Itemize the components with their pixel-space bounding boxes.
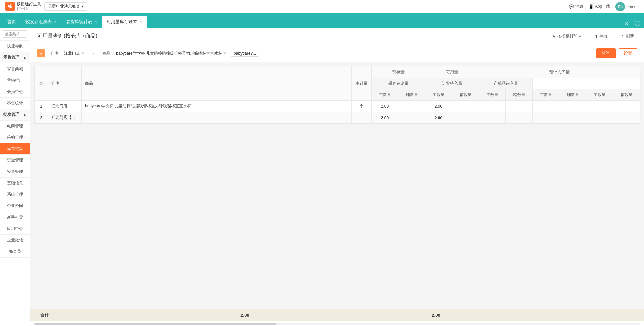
product-tag-babycare[interactable]: babycare学饮杯 儿童防摔防撞吸管杯重力球吸嘴杯宝宝水杯 ✕: [113, 50, 229, 57]
page-title: 可用量查询(按仓库+商品): [37, 33, 97, 40]
sidebar-search-input[interactable]: [3, 30, 27, 38]
close-nav-button[interactable]: ✕: [623, 19, 631, 28]
sidebar: 快捷导航 零售管理 ▲ 零售商城 营销推广 会员中心 零售统计 批发管理 ▲ 电…: [0, 28, 30, 326]
filter-expand-button[interactable]: »: [37, 49, 45, 57]
sidebar-item-retail-stats[interactable]: 零售统计: [0, 98, 30, 109]
cell-inc-aux: [559, 101, 586, 112]
refresh-icon: ↻: [621, 34, 625, 39]
cell-warehouse: 江北门店【...: [48, 112, 82, 124]
data-table: ⚙ 仓库 商品 主计量 现存量 可用量 预计入库量 采购在途量 进货待入量 产成…: [34, 66, 640, 124]
warehouse-more[interactable]: ···: [90, 50, 97, 56]
cell-stock-main: 2.00: [372, 101, 398, 112]
warehouse-tag-jiangbei[interactable]: 江北门店 ✕: [61, 50, 87, 57]
refresh-button[interactable]: ↻ 刷新: [618, 32, 637, 41]
cell-stock-aux: [398, 101, 425, 112]
footer-label: 合计: [37, 312, 94, 318]
export-button[interactable]: ⬆ 导出: [591, 32, 611, 41]
tab-keyongliang[interactable]: 可用量库存账本 ✕: [102, 16, 147, 28]
cell-avail-main: 2.00: [425, 101, 452, 112]
sidebar-item-member[interactable]: 畅会员: [0, 246, 30, 258]
th-fin-aux: 辅数量: [613, 89, 640, 101]
sidebar-item-system[interactable]: 系统管理: [0, 189, 30, 200]
th-inc-aux: 辅数量: [559, 89, 586, 101]
sidebar-item-purchase[interactable]: 采购管理: [0, 132, 30, 143]
product-tag-babycare2[interactable]: babycare?...: [231, 50, 259, 57]
print-button[interactable]: 🖨 按模板打印 ▾: [549, 32, 584, 41]
cell-stock-aux: [398, 112, 425, 124]
message-button[interactable]: 💬 消息: [569, 4, 583, 9]
cell-fin-aux: [613, 101, 640, 112]
divider-2: [614, 34, 614, 39]
th-available: 可用量: [425, 66, 479, 78]
th-fin-main: 主数量: [586, 89, 613, 101]
main-layout: 快捷导航 零售管理 ▲ 零售商城 营销推广 会员中心 零售统计 批发管理 ▲ 电…: [0, 28, 644, 326]
warehouse-label: 仓库: [50, 51, 58, 56]
th-avail-main: 主数量: [425, 89, 452, 101]
fullscreen-button[interactable]: ⛶: [633, 19, 641, 28]
table-footer: 合计 2.00 2.00: [30, 309, 644, 321]
tab-yaohuo[interactable]: 要货单统计表 ✕: [61, 16, 102, 28]
user-menu[interactable]: Ea demo2: [615, 2, 639, 11]
sidebar-item-quick-nav[interactable]: 快捷导航: [0, 41, 30, 52]
table-section: ⚙ 仓库 商品 主计量 现存量 可用量 预计入库量 采购在途量 进货待入量 产成…: [30, 62, 644, 309]
tab-home[interactable]: 首页: [3, 16, 21, 28]
sidebar-item-operations[interactable]: 经营管理: [0, 166, 30, 178]
table-header-row-1: ⚙ 仓库 商品 主计量 现存量 可用量 预计入库量: [35, 66, 640, 78]
page-actions: 🖨 按模板打印 ▾ ⬆ 导出 ↻ 刷新: [549, 32, 637, 41]
remove-warehouse-tag[interactable]: ✕: [81, 51, 84, 56]
tab-close-shoufacun[interactable]: ✕: [54, 20, 57, 24]
nav-right-buttons: ✕ ⛶: [623, 19, 641, 28]
remove-product-tag-1[interactable]: ✕: [223, 51, 226, 56]
settings-icon[interactable]: ⚙: [39, 81, 43, 86]
product-tags: babycare学饮杯 儿童防摔防撞吸管杯重力球吸嘴杯宝宝水杯 ✕ babyca…: [113, 50, 259, 57]
cell-pur-main: [479, 112, 506, 124]
app-icon: 📱: [589, 4, 594, 9]
sidebar-section-wholesale[interactable]: 批发管理 ▲: [0, 109, 30, 121]
app-download-button[interactable]: 📱 App下载: [589, 4, 610, 9]
tab-shoufacun[interactable]: 收发存汇总表 ✕: [21, 16, 61, 28]
th-pur-main: 主数量: [479, 89, 506, 101]
sidebar-item-wechat[interactable]: 企业微信: [0, 235, 30, 246]
cell-pur-aux: [506, 101, 533, 112]
sidebar-item-marketing[interactable]: 营销推广: [0, 75, 30, 86]
query-button[interactable]: 查询: [596, 48, 616, 58]
chevron-up-icon-2: ▲: [23, 113, 26, 117]
content-area: 可用量查询(按仓库+商品) 🖨 按模板打印 ▾ ⬆ 导出 ↻ 刷新: [30, 28, 644, 326]
sidebar-item-basics[interactable]: 基础信息: [0, 178, 30, 189]
product-label: 商品: [102, 51, 110, 56]
scroll-thumb[interactable]: [34, 323, 276, 325]
header-left: 畅 畅捷通好生意 标准版 母婴行业演示账套 ▾: [5, 2, 87, 11]
brand-text: 畅捷通好生意 标准版: [17, 2, 41, 11]
cell-pur-main: [479, 101, 506, 112]
sidebar-item-ecommerce[interactable]: 电商管理: [0, 121, 30, 132]
th-pur-aux: 辅数量: [506, 89, 533, 101]
sidebar-item-appcenter[interactable]: 应用中心: [0, 223, 30, 235]
cell-no: 1: [35, 101, 48, 112]
footer-avail-aux: [449, 313, 476, 318]
sidebar-item-member-center[interactable]: 会员中心: [0, 86, 30, 98]
export-icon: ⬆: [595, 34, 598, 39]
industry-selector[interactable]: 母婴行业演示账套 ▾: [44, 2, 87, 11]
chevron-up-icon: ▲: [23, 56, 26, 59]
th-stock-aux: 辅数量: [398, 89, 425, 101]
th-unit: 主计量: [352, 66, 372, 101]
sidebar-section-retail[interactable]: 零售管理 ▲: [0, 52, 30, 63]
cell-unit: [352, 112, 372, 124]
cell-inc-main: [533, 101, 559, 112]
sidebar-item-enterprise[interactable]: 企业协同: [0, 200, 30, 212]
scroll-bar-row: [30, 321, 644, 326]
sidebar-item-finance[interactable]: 资金管理: [0, 155, 30, 166]
tab-close-keyongliang[interactable]: ✕: [139, 20, 142, 24]
footer-inc-aux: [557, 313, 584, 318]
sidebar-item-inventory[interactable]: 库存核算: [0, 143, 30, 155]
scroll-track[interactable]: [34, 323, 640, 325]
tab-close-yaohuo[interactable]: ✕: [94, 20, 97, 24]
footer-stock-aux: [396, 313, 423, 318]
settings-button[interactable]: 设置: [619, 48, 637, 58]
footer-pur-aux: [503, 313, 530, 318]
cell-stock-main: 2.00: [372, 112, 398, 124]
th-stock-main: 主数量: [372, 89, 398, 101]
sidebar-item-retail-mall[interactable]: 零售商城: [0, 63, 30, 75]
sidebar-item-newuser[interactable]: 新手引导: [0, 212, 30, 223]
cell-no: 2: [35, 112, 48, 124]
